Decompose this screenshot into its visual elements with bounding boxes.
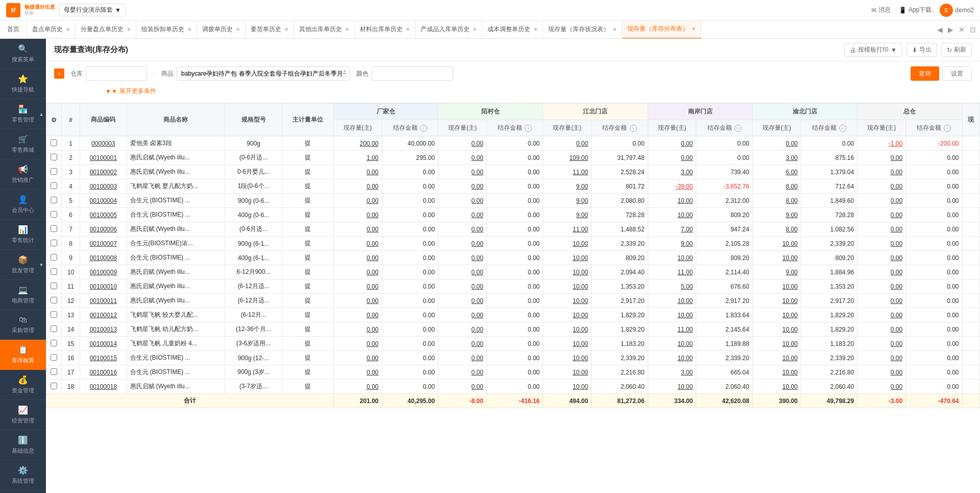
tab-盘点单历史[interactable]: 盘点单历史 ✕ bbox=[27, 20, 76, 39]
row-checkbox[interactable] bbox=[46, 265, 62, 279]
row-changjia-cur[interactable]: 0.00 bbox=[333, 322, 382, 337]
row-mucun-cur[interactable]: 0.00 bbox=[438, 265, 486, 279]
row-jiangbei-cur[interactable]: 10.00 bbox=[543, 322, 592, 337]
row-code[interactable]: 00100016 bbox=[80, 365, 127, 380]
row-jiangbei-cur[interactable]: 9.00 bbox=[543, 194, 592, 208]
row-total-cur[interactable]: 0.00 bbox=[857, 308, 906, 322]
row-nanan-cur[interactable]: 3.00 bbox=[648, 365, 696, 380]
print-btn[interactable]: 🖨 按模板打印 ▼ bbox=[844, 43, 902, 57]
row-yubei-cur[interactable]: 10.00 bbox=[752, 251, 801, 265]
row-mucun-cur[interactable]: 0.00 bbox=[438, 136, 486, 151]
row-checkbox[interactable] bbox=[46, 179, 62, 194]
row-jiangbei-cur[interactable]: 10.00 bbox=[543, 365, 592, 380]
tab-prev-btn[interactable]: ◀ bbox=[935, 25, 945, 35]
row-nanan-cur[interactable]: 10.00 bbox=[648, 251, 696, 265]
row-jiangbei-cur[interactable]: 10.00 bbox=[543, 294, 592, 308]
row-code[interactable]: 00100012 bbox=[80, 308, 127, 322]
row-jiangbei-cur[interactable]: 10.00 bbox=[543, 380, 592, 394]
row-nanan-cur[interactable]: 5.00 bbox=[648, 279, 696, 294]
tab-现存量库存状况表[interactable]: 现存量（库存状况表） ✕ bbox=[543, 20, 622, 39]
tab-要货单历史[interactable]: 要货单历史 ✕ bbox=[246, 20, 294, 39]
sidebar-item-search[interactable]: 🔍 搜索英单 bbox=[0, 39, 46, 69]
row-total-cur[interactable]: 0.00 bbox=[857, 322, 906, 337]
row-nanan-cur[interactable]: 11.00 bbox=[648, 265, 696, 279]
sidebar-item-purchase[interactable]: 🛍 采购管理 bbox=[0, 310, 46, 340]
col-settings-th[interactable]: ⚙ bbox=[46, 104, 62, 136]
tab-close-all-btn[interactable]: ✕ bbox=[957, 25, 967, 35]
row-checkbox[interactable] bbox=[46, 380, 62, 394]
row-mucun-cur[interactable]: 0.00 bbox=[438, 365, 486, 380]
row-total-cur[interactable]: 0.00 bbox=[857, 351, 906, 365]
row-nanan-cur[interactable]: 10.00 bbox=[648, 208, 696, 222]
row-jiangbei-cur[interactable]: 0.00 bbox=[543, 136, 592, 151]
row-total-cur[interactable]: 0.00 bbox=[857, 337, 906, 351]
row-jiangbei-cur[interactable]: 10.00 bbox=[543, 237, 592, 251]
row-nanan-cur[interactable]: 10.00 bbox=[648, 194, 696, 208]
company-selector[interactable]: 母婴行业演示陈套 ▼ bbox=[59, 4, 126, 16]
tab-组装拆卸单历史[interactable]: 组装拆卸单历史 ✕ bbox=[136, 20, 197, 39]
row-yubei-cur[interactable]: 10.00 bbox=[752, 380, 801, 394]
row-mucun-cur[interactable]: 0.00 bbox=[438, 237, 486, 251]
row-code[interactable]: 0000003 bbox=[80, 136, 127, 151]
row-checkbox[interactable] bbox=[46, 136, 62, 151]
tab-home[interactable]: 首页 bbox=[0, 20, 27, 39]
row-changjia-cur[interactable]: 0.00 bbox=[333, 179, 382, 194]
row-total-cur[interactable]: 0.00 bbox=[857, 265, 906, 279]
row-jiangbei-cur[interactable]: 10.00 bbox=[543, 251, 592, 265]
row-changjia-cur[interactable]: 0.00 bbox=[333, 165, 382, 179]
row-checkbox[interactable] bbox=[46, 194, 62, 208]
row-jiangbei-cur[interactable]: 10.00 bbox=[543, 279, 592, 294]
export-btn[interactable]: ⬇ 导出 bbox=[906, 43, 937, 57]
row-checkbox[interactable] bbox=[46, 337, 62, 351]
row-mucun-cur[interactable]: 0.00 bbox=[438, 322, 486, 337]
row-mucun-cur[interactable]: 0.00 bbox=[438, 380, 486, 394]
row-total-cur[interactable]: 0.00 bbox=[857, 237, 906, 251]
row-code[interactable]: 00100003 bbox=[80, 179, 127, 194]
tab-其他出库单历史[interactable]: 其他出库单历史 ✕ bbox=[294, 20, 355, 39]
expand-filter-btn[interactable]: › bbox=[54, 68, 64, 79]
row-changjia-cur[interactable]: 200.00 bbox=[333, 136, 382, 151]
row-yubei-cur[interactable]: 3.00 bbox=[752, 151, 801, 165]
sidebar-item-nav[interactable]: ⭐ 快捷导航 bbox=[0, 69, 46, 99]
message-btn[interactable]: ✉ 消息 bbox=[871, 6, 891, 14]
row-total-cur[interactable]: 0.00 bbox=[857, 208, 906, 222]
row-yubei-cur[interactable]: 8.00 bbox=[752, 222, 801, 237]
row-yubei-cur[interactable]: 10.00 bbox=[752, 294, 801, 308]
row-jiangbei-cur[interactable]: 10.00 bbox=[543, 308, 592, 322]
row-nanan-cur[interactable]: 3.00 bbox=[648, 165, 696, 179]
row-changjia-cur[interactable]: 0.00 bbox=[333, 194, 382, 208]
row-total-cur[interactable]: 0.00 bbox=[857, 194, 906, 208]
row-mucun-cur[interactable]: 0.00 bbox=[438, 251, 486, 265]
row-checkbox[interactable] bbox=[46, 365, 62, 380]
row-yubei-cur[interactable]: 9.00 bbox=[752, 208, 801, 222]
sidebar-item-marketing[interactable]: 📢 营销推广 bbox=[0, 159, 46, 190]
row-yubei-cur[interactable]: 10.00 bbox=[752, 337, 801, 351]
row-checkbox[interactable] bbox=[46, 294, 62, 308]
row-code[interactable]: 00100001 bbox=[80, 151, 127, 165]
row-code[interactable]: 00100015 bbox=[80, 351, 127, 365]
row-code[interactable]: 00100009 bbox=[80, 265, 127, 279]
warehouse-input[interactable] bbox=[86, 66, 147, 81]
row-checkbox[interactable] bbox=[46, 351, 62, 365]
row-yubei-cur[interactable]: 10.00 bbox=[752, 279, 801, 294]
row-jiangbei-cur[interactable]: 9.00 bbox=[543, 208, 592, 222]
sidebar-item-shop[interactable]: 🛒 零售商城 bbox=[0, 129, 46, 159]
row-nanan-cur[interactable]: -39.00 bbox=[648, 179, 696, 194]
row-yubei-cur[interactable]: 10.00 bbox=[752, 237, 801, 251]
row-changjia-cur[interactable]: 1.00 bbox=[333, 151, 382, 165]
tab-next-btn[interactable]: ▶ bbox=[946, 25, 955, 35]
row-code[interactable]: 00100002 bbox=[80, 165, 127, 179]
row-checkbox[interactable] bbox=[46, 208, 62, 222]
row-checkbox[interactable] bbox=[46, 151, 62, 165]
row-total-cur[interactable]: 0.00 bbox=[857, 365, 906, 380]
goods-input[interactable] bbox=[177, 66, 350, 81]
row-checkbox[interactable] bbox=[46, 237, 62, 251]
sidebar-item-ecommerce[interactable]: 💻 电商管理 bbox=[0, 280, 46, 310]
row-yubei-cur[interactable]: 6.00 bbox=[752, 165, 801, 179]
row-code[interactable]: 00100004 bbox=[80, 194, 127, 208]
tab-成本调整单历史[interactable]: 成本调整单历史 ✕ bbox=[482, 20, 543, 39]
row-yubei-cur[interactable]: 8.00 bbox=[752, 179, 801, 194]
row-total-cur[interactable]: 0.00 bbox=[857, 380, 906, 394]
row-jiangbei-cur[interactable]: 10.00 bbox=[543, 337, 592, 351]
row-mucun-cur[interactable]: 0.00 bbox=[438, 179, 486, 194]
